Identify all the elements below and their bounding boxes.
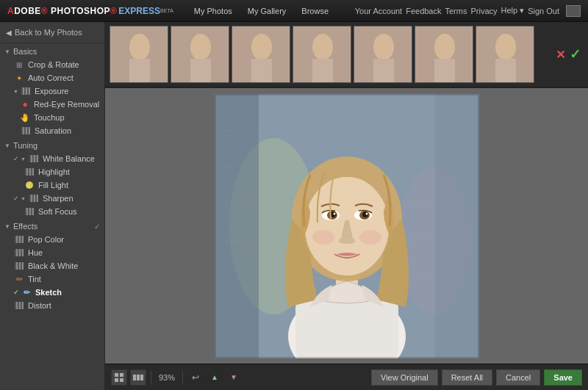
- item-highlight-label: Highlight: [38, 167, 70, 176]
- topbar: ADOBE® PHOTOSHOP® EXPRESS BETA My Photos…: [0, 0, 588, 22]
- section-effects[interactable]: ▼ Effects ✓: [0, 218, 104, 233]
- section-effects-label: Effects: [13, 222, 37, 231]
- tint-icon: ✏: [13, 275, 25, 284]
- svg-rect-24: [215, 94, 259, 358]
- bw-icon: [13, 261, 25, 270]
- top-right-nav: Your Account Feedback Terms Privacy Help…: [355, 5, 581, 17]
- svg-point-19: [495, 34, 516, 60]
- nav-my-gallery[interactable]: My Gallery: [242, 4, 293, 18]
- filmstrip: ✕ ✓: [105, 22, 588, 88]
- svg-rect-11: [312, 59, 333, 83]
- nav-my-photos[interactable]: My Photos: [188, 4, 238, 18]
- wb-check-icon: ✓: [13, 155, 19, 162]
- filmstrip-reject-btn[interactable]: ✕: [556, 48, 565, 62]
- view-original-btn[interactable]: View Original: [371, 369, 438, 386]
- nav-help[interactable]: Help ▾: [501, 6, 525, 15]
- filmstrip-controls: ✕ ✓: [556, 46, 581, 62]
- undo-btn[interactable]: ↩: [187, 369, 204, 386]
- svg-point-13: [373, 34, 394, 60]
- logo-express-text: EXPRESS: [118, 6, 160, 16]
- cancel-btn[interactable]: Cancel: [496, 369, 540, 386]
- svg-rect-27: [295, 300, 398, 358]
- zoom-up-btn[interactable]: ▲: [207, 369, 223, 386]
- bottom-toolbar: 93% ↩ ▲ ▼ View Original Reset All Cancel…: [105, 364, 588, 390]
- saturation-icon: [20, 126, 32, 135]
- nav-terms[interactable]: Terms: [445, 7, 467, 15]
- nav-your-account[interactable]: Your Account: [355, 7, 402, 15]
- screen-icon[interactable]: [566, 5, 581, 17]
- sketch-check-icon: ✓: [13, 289, 19, 296]
- svg-rect-2: [129, 59, 150, 83]
- item-white-balance[interactable]: ✓ ▼ White Balance: [0, 152, 104, 165]
- svg-point-41: [359, 230, 381, 245]
- filmstrip-thumb-4[interactable]: [293, 26, 351, 83]
- item-black-white[interactable]: Black & White: [0, 259, 104, 272]
- svg-rect-17: [434, 59, 455, 83]
- nav-feedback[interactable]: Feedback: [406, 7, 441, 15]
- filmstrip-thumb-6[interactable]: [415, 26, 473, 83]
- zoom-down-btn[interactable]: ▼: [226, 369, 242, 386]
- item-auto-correct[interactable]: ✦ Auto Correct: [0, 71, 104, 84]
- exposure-icon: [20, 87, 32, 95]
- toolbar-divider-2: [182, 371, 183, 384]
- filmstrip-thumb-2[interactable]: [171, 26, 229, 83]
- section-basics[interactable]: ▼ Basics: [0, 43, 104, 58]
- sketch-icon: ✏: [21, 288, 32, 297]
- tuning-triangle-icon: ▼: [4, 142, 10, 149]
- item-distort[interactable]: Distort: [0, 299, 104, 312]
- touchup-icon: 🤚: [19, 113, 31, 122]
- wand-icon: ✦: [13, 73, 25, 82]
- top-nav: My Photos My Gallery Browse: [188, 4, 355, 18]
- item-sketch[interactable]: ✓ ✏ Sketch: [0, 286, 104, 299]
- svg-rect-54: [137, 375, 140, 380]
- item-red-eye-label: Red-Eye Removal: [34, 100, 99, 109]
- filmstrip-thumb-7[interactable]: [476, 26, 534, 83]
- item-auto-correct-label: Auto Correct: [28, 73, 74, 82]
- red-eye-icon: ●: [19, 100, 31, 109]
- basics-triangle-icon: ▼: [4, 48, 10, 55]
- item-highlight[interactable]: Highlight: [0, 165, 104, 178]
- save-btn[interactable]: Save: [544, 369, 582, 386]
- svg-rect-25: [435, 94, 479, 358]
- item-crop-rotate[interactable]: ⊞ Crop & Rotate: [0, 58, 104, 71]
- nav-browse[interactable]: Browse: [295, 4, 334, 18]
- highlight-icon: [24, 167, 35, 176]
- item-touchup[interactable]: 🤚 Touchup: [0, 111, 104, 124]
- toolbar-right: View Original Reset All Cancel Save: [371, 369, 582, 386]
- svg-rect-20: [495, 59, 516, 83]
- canvas-image: [215, 94, 479, 358]
- item-red-eye[interactable]: ● Red-Eye Removal: [0, 98, 104, 111]
- filmstrip-thumb-1[interactable]: [110, 26, 168, 83]
- svg-rect-5: [190, 59, 211, 83]
- section-tuning[interactable]: ▼ Tuning: [0, 137, 104, 152]
- filmstrip-accept-btn[interactable]: ✓: [570, 46, 581, 62]
- view-grid-btn[interactable]: [111, 369, 127, 386]
- sharpen-icon: [28, 194, 40, 203]
- reset-all-btn[interactable]: Reset All: [442, 369, 492, 386]
- svg-rect-49: [115, 373, 118, 377]
- back-link[interactable]: ◀ Back to My Photos: [0, 22, 104, 43]
- item-fill-light[interactable]: ● Fill Light: [0, 178, 104, 192]
- main-layout: ◀ Back to My Photos ▼ Basics ⊞ Crop & Ro…: [0, 22, 588, 390]
- main-canvas: [215, 94, 479, 358]
- svg-rect-50: [120, 373, 123, 377]
- item-pop-color[interactable]: Pop Color: [0, 233, 104, 246]
- filmstrip-thumb-3[interactable]: [232, 26, 290, 83]
- filmstrip-thumb-5[interactable]: [354, 26, 412, 83]
- nav-signout[interactable]: Sign Out: [528, 7, 559, 15]
- logo-area: ADOBE® PHOTOSHOP® EXPRESS BETA: [7, 6, 173, 16]
- item-exposure-label: Exposure: [35, 87, 68, 95]
- item-sharpen[interactable]: ✓ ▼ Sharpen: [0, 192, 104, 205]
- item-tint[interactable]: ✏ Tint: [0, 272, 104, 286]
- item-exposure[interactable]: ▼ Exposure: [0, 84, 104, 98]
- item-sketch-label: Sketch: [35, 288, 62, 297]
- sidebar: ◀ Back to My Photos ▼ Basics ⊞ Crop & Ro…: [0, 22, 105, 390]
- item-soft-focus[interactable]: Soft Focus: [0, 205, 104, 218]
- item-hue[interactable]: Hue: [0, 246, 104, 259]
- fill-light-icon: ●: [24, 181, 35, 189]
- content-area: ✕ ✓: [105, 22, 588, 390]
- item-saturation[interactable]: ▼ Saturation: [0, 124, 104, 137]
- svg-rect-51: [115, 378, 118, 382]
- view-filmstrip-btn[interactable]: [130, 369, 146, 386]
- nav-privacy[interactable]: Privacy: [470, 7, 497, 15]
